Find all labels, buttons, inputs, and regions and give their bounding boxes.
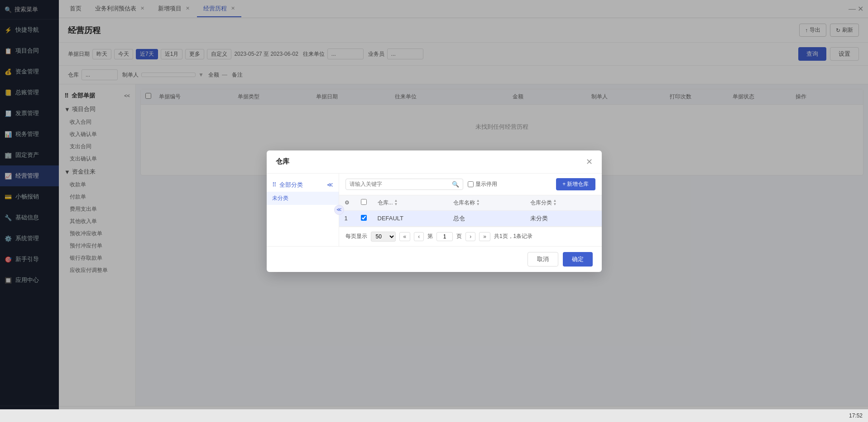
- warehouse-name-label: 仓库名称: [453, 199, 475, 207]
- show-disabled-label[interactable]: 显示停用: [468, 180, 497, 188]
- dialog-left-item-uncategorized[interactable]: 未分类: [267, 192, 339, 205]
- taskbar: 17:52: [0, 409, 868, 422]
- sort-arrows3: ▲▼: [553, 199, 557, 206]
- dialog-footer: 取消 确定: [267, 246, 602, 272]
- dialog-first-page-btn[interactable]: «: [399, 232, 411, 241]
- dialog-page-unit: 页: [456, 233, 462, 240]
- dialog-toolbar: 🔍 显示停用 + 新增仓库: [339, 174, 602, 195]
- modal-overlay: 仓库 ✕ ⠿ 全部分类 ≪ 未分类 ≪ 🔍: [0, 0, 868, 422]
- dialog-left-all-label: 全部分类: [279, 181, 303, 189]
- row-category: 未分类: [525, 210, 602, 226]
- cancel-button[interactable]: 取消: [528, 252, 558, 267]
- taskbar-time: 17:52: [849, 412, 863, 419]
- sort-arrows: ▲▼: [394, 199, 398, 206]
- row-code: DEFAULT: [372, 210, 448, 226]
- table-row[interactable]: 1 DEFAULT 总仓 未分类: [339, 210, 602, 226]
- dialog-body: ⠿ 全部分类 ≪ 未分类 ≪ 🔍 显示停用: [267, 174, 602, 246]
- dialog-prev-page-btn[interactable]: ‹: [414, 232, 424, 241]
- dialog-right-panel: 🔍 显示停用 + 新增仓库 ⚙: [339, 174, 602, 246]
- dialog-left-all[interactable]: ⠿ 全部分类 ≪: [267, 178, 339, 192]
- col-warehouse-code[interactable]: 仓库... ▲▼: [372, 195, 448, 211]
- confirm-button[interactable]: 确定: [563, 252, 593, 267]
- dialog-close-button[interactable]: ✕: [586, 157, 593, 167]
- row-checkbox[interactable]: [355, 210, 372, 226]
- dialog-collapse-icon[interactable]: ≪: [327, 181, 333, 188]
- dialog-per-page-label: 每页显示: [345, 233, 367, 240]
- col-checkbox: [355, 195, 372, 211]
- dialog-title: 仓库: [276, 157, 289, 166]
- table-select-all[interactable]: [361, 199, 367, 205]
- dialog-per-page-select[interactable]: 50 100: [371, 232, 396, 242]
- dialog-search-box: 🔍: [345, 179, 463, 190]
- dialog-last-page-btn[interactable]: »: [479, 232, 490, 241]
- warehouse-category-label: 仓库分类: [530, 199, 552, 207]
- show-disabled-checkbox[interactable]: [468, 181, 474, 187]
- col-warehouse-category[interactable]: 仓库分类 ▲▼: [525, 195, 602, 211]
- dialog-next-page-btn[interactable]: ›: [465, 232, 475, 241]
- dialog-page-input[interactable]: [436, 232, 453, 241]
- dialog-total-info: 共1页，1条记录: [494, 233, 532, 240]
- dialog-header: 仓库 ✕: [267, 150, 602, 174]
- dialog-panel-collapse-btn[interactable]: ≪: [334, 205, 344, 215]
- col-warehouse-name[interactable]: 仓库名称 ▲▼: [448, 195, 525, 211]
- dialog-table: ⚙ 仓库... ▲▼: [339, 195, 602, 227]
- dialog-search-input[interactable]: [350, 181, 449, 187]
- warehouse-dialog: 仓库 ✕ ⠿ 全部分类 ≪ 未分类 ≪ 🔍: [267, 150, 602, 272]
- add-warehouse-button[interactable]: + 新增仓库: [556, 178, 595, 190]
- dialog-pagination: 每页显示 50 100 « ‹ 第 页 › » 共1页，1条记录: [339, 227, 602, 246]
- dialog-left-panel: ⠿ 全部分类 ≪ 未分类 ≪: [267, 174, 339, 246]
- sort-arrows2: ▲▼: [476, 199, 480, 206]
- settings-col-icon: ⚙: [345, 199, 350, 206]
- warehouse-code-label: 仓库...: [378, 199, 393, 207]
- row-name: 总仓: [448, 210, 525, 226]
- show-disabled-text: 显示停用: [475, 180, 497, 188]
- dialog-page-label: 第: [427, 233, 433, 240]
- grid-icon2: ⠿: [272, 181, 277, 188]
- search-icon2: 🔍: [452, 181, 459, 188]
